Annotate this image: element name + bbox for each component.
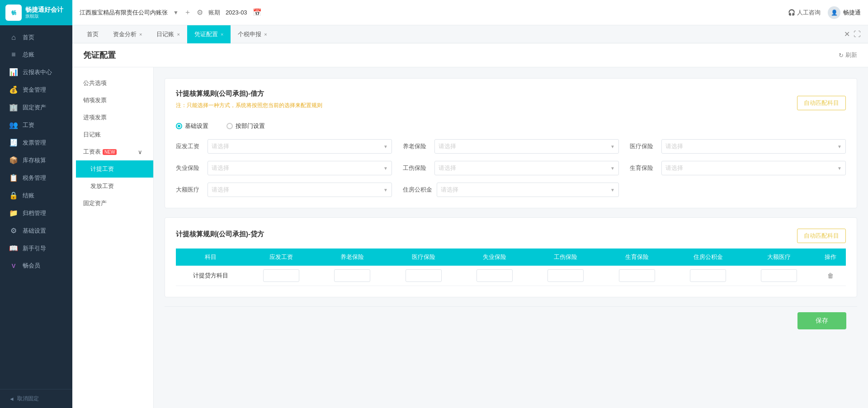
maternity-select[interactable]: 请选择 ▼	[661, 161, 846, 175]
form-row-salary: 应发工资 请选择 ▼	[176, 139, 392, 154]
td-unemployment-input[interactable]	[459, 266, 530, 286]
credit-salary-input[interactable]	[263, 269, 299, 282]
add-company-icon[interactable]: ＋	[184, 8, 191, 17]
topbar-settings-icon[interactable]: ⚙	[197, 8, 203, 17]
credit-pension-input[interactable]	[334, 269, 370, 282]
credit-auto-match-button[interactable]: 自动匹配科目	[797, 229, 846, 243]
tab-diary[interactable]: 日记账 ×	[149, 25, 187, 43]
sidebar-item-ledger[interactable]: ≡ 总账	[0, 46, 72, 63]
tab-tax-close[interactable]: ×	[264, 32, 267, 37]
delete-row-button[interactable]: 🗑	[827, 272, 834, 279]
workinjury-select-arrow: ▼	[610, 166, 615, 171]
td-medical-input[interactable]	[388, 266, 459, 286]
tab-voucher-close[interactable]: ×	[221, 32, 223, 37]
th-medical: 医疗保险	[388, 249, 459, 266]
left-nav-sales-invoice[interactable]: 销项发票	[72, 92, 153, 109]
debit-auto-match-button[interactable]: 自动匹配科目	[797, 96, 846, 110]
td-salary-input[interactable]	[245, 266, 316, 286]
sidebar-item-funds[interactable]: 💰 资金管理	[0, 81, 72, 98]
refresh-button[interactable]: ↻ 刷新	[839, 51, 857, 59]
sidebar-item-label: 工资	[23, 121, 34, 129]
sidebar-item-close[interactable]: 🔒 结账	[0, 187, 72, 204]
housing-select[interactable]: 请选择 ▼	[437, 183, 619, 197]
tab-close-all-icon[interactable]: ✕	[844, 30, 850, 38]
maternity-select-placeholder: 请选择	[665, 164, 683, 172]
page-title: 凭证配置	[83, 50, 116, 61]
sidebar-item-inventory[interactable]: 📦 库存核算	[0, 151, 72, 169]
sidebar-item-label: 基础设置	[23, 227, 46, 235]
medical-select[interactable]: 请选择 ▼	[661, 139, 846, 154]
sidebar-item-tax[interactable]: 📋 税务管理	[0, 169, 72, 187]
credit-maternity-input[interactable]	[619, 269, 655, 282]
td-delete[interactable]: 🗑	[815, 266, 846, 286]
sidebar-item-member[interactable]: V 畅会员	[0, 257, 72, 274]
left-nav-accrual-salary[interactable]: 计提工资	[76, 160, 153, 178]
tab-home[interactable]: 首页	[80, 25, 106, 43]
credit-medical-input[interactable]	[406, 269, 442, 282]
tabbar-right: ✕ ⛶	[844, 30, 861, 38]
tab-fund-analysis[interactable]: 资金分析 ×	[106, 25, 149, 43]
collapse-label: 取消固定	[17, 395, 39, 403]
table-row: 计提贷方科目 🗑	[176, 266, 846, 286]
left-nav-distribute-salary[interactable]: 发放工资	[76, 178, 153, 195]
tab-expand-icon[interactable]: ⛶	[854, 30, 861, 38]
sidebar-item-guide[interactable]: 📖 新手引导	[0, 239, 72, 257]
tab-home-label: 首页	[87, 30, 99, 38]
td-housing-input[interactable]	[672, 266, 743, 286]
salary-select[interactable]: 请选择 ▼	[208, 139, 392, 154]
refresh-icon: ↻	[839, 52, 844, 59]
left-nav-purchase-invoice[interactable]: 进项发票	[72, 109, 153, 126]
left-nav-payroll-table[interactable]: 工资表NEW ∨	[72, 143, 153, 160]
sidebar-item-label: 云报表中心	[23, 68, 52, 76]
td-bigmedical-input[interactable]	[744, 266, 815, 286]
td-workinjury-input[interactable]	[530, 266, 601, 286]
tab-tax[interactable]: 个税申报 ×	[231, 25, 274, 43]
left-nav-diary[interactable]: 日记账	[72, 126, 153, 143]
unemployment-select[interactable]: 请选择 ▼	[208, 161, 392, 175]
save-button[interactable]: 保存	[797, 312, 846, 329]
td-maternity-input[interactable]	[601, 266, 672, 286]
period-value[interactable]: 2023-03	[226, 9, 247, 16]
radio-basic-settings[interactable]: 基础设置	[176, 122, 208, 130]
tab-voucher-config[interactable]: 凭证配置 ×	[187, 25, 231, 43]
bigmedical-select-arrow: ▼	[383, 188, 388, 192]
bigmedical-select[interactable]: 请选择 ▼	[208, 183, 392, 197]
th-pension: 养老保险	[316, 249, 387, 266]
tab-fund-close[interactable]: ×	[139, 32, 142, 37]
sidebar-item-archive[interactable]: 📁 归档管理	[0, 204, 72, 222]
credit-unemployment-input[interactable]	[476, 269, 513, 282]
pension-select[interactable]: 请选择 ▼	[434, 139, 619, 154]
left-nav-public-options[interactable]: 公共选项	[72, 75, 153, 92]
new-badge: NEW	[103, 149, 117, 155]
credit-workinjury-input[interactable]	[547, 269, 584, 282]
sidebar-item-assets[interactable]: 🏢 固定资产	[0, 98, 72, 116]
logo-icon: 畅	[5, 5, 22, 21]
company-name: 江西服宝精品有限责任公司内账张	[80, 9, 168, 17]
sidebar-item-label: 税务管理	[23, 174, 46, 182]
td-pension-input[interactable]	[316, 266, 387, 286]
housing-label: 住房公积金	[403, 186, 432, 194]
sidebar-collapse[interactable]: ◄ 取消固定	[0, 389, 72, 408]
sidebar-item-invoice[interactable]: 🧾 发票管理	[0, 134, 72, 151]
calendar-icon[interactable]: 📅	[253, 8, 262, 17]
service-button[interactable]: 🎧 人工咨询	[788, 9, 821, 17]
tabbar: 首页 资金分析 × 日记账 × 凭证配置 × 个税申报 × ✕ ⛶	[72, 25, 868, 43]
salary-label: 应发工资	[176, 142, 203, 150]
credit-section-title: 计提核算规则(公司承担)-贷方	[176, 230, 264, 239]
sidebar-item-salary[interactable]: 👥 工资	[0, 116, 72, 134]
user-menu[interactable]: 👤 畅捷通	[828, 6, 861, 19]
user-name: 畅捷通	[843, 9, 861, 17]
sidebar-item-settings[interactable]: ⚙ 基础设置	[0, 222, 72, 239]
tab-diary-close[interactable]: ×	[177, 32, 179, 37]
sidebar-item-home[interactable]: ⌂ 首页	[0, 29, 72, 46]
workinjury-select[interactable]: 请选择 ▼	[434, 161, 619, 175]
member-icon: V	[9, 263, 18, 269]
company-dropdown-icon[interactable]: ▼	[173, 9, 179, 16]
logo-text: 畅捷通好会计 旗舰版	[25, 6, 63, 20]
credit-housing-input[interactable]	[690, 269, 726, 282]
radio-dept-settings[interactable]: 按部门设置	[226, 122, 265, 130]
credit-bigmedical-input[interactable]	[761, 269, 797, 282]
left-nav-fixed-assets[interactable]: 固定资产	[72, 195, 153, 212]
sidebar-item-reports[interactable]: 📊 云报表中心	[0, 63, 72, 81]
payroll-table-label: 工资表NEW	[83, 148, 117, 156]
